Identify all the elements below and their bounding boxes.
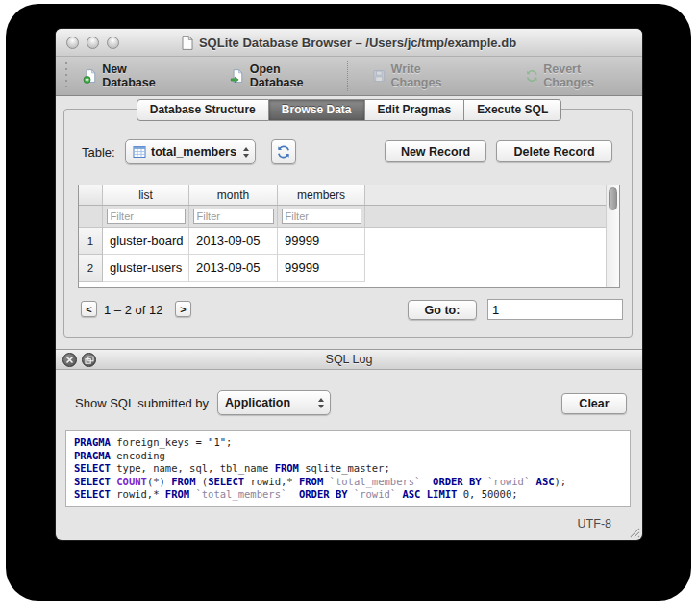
write-changes-label: Write Changes [391,62,468,89]
toolbar: New Database Open Database Write [56,57,642,96]
filter-input-members[interactable] [282,209,361,224]
tab-label: Database Structure [150,103,256,116]
refresh-icon [276,144,291,160]
cell-month[interactable]: 2013-09-05 [189,255,278,282]
cell-month[interactable]: 2013-09-05 [189,228,278,255]
toolbar-separator [347,61,348,91]
window-title: SQLite Database Browser – /Users/jc/tmp/… [199,36,516,50]
filter-corner [79,206,103,227]
table-select[interactable]: total_members [125,139,256,164]
new-record-button[interactable]: New Record [385,140,486,162]
row-header[interactable]: 2 [79,255,103,282]
tab-browse-data[interactable]: Browse Data [269,99,365,121]
prev-page-button[interactable]: < [81,301,97,317]
resize-grip[interactable] [628,526,640,538]
cell-members[interactable]: 99999 [278,255,365,282]
open-database-icon [230,68,244,85]
revert-changes-button[interactable]: Revert Changes [519,59,633,93]
cell-members[interactable]: 99999 [278,228,365,255]
goto-label: Go to: [425,304,461,317]
column-header-list[interactable]: list [103,185,189,205]
column-header-members[interactable]: members [278,185,365,205]
new-database-label: New Database [102,62,176,89]
refresh-button[interactable] [271,139,296,164]
dock-title: SQL Log [56,350,642,371]
zoom-button[interactable] [107,37,119,49]
revert-changes-icon [525,68,539,84]
grid-scrollbar[interactable] [606,185,619,287]
sql-source-select[interactable]: Application [217,390,331,415]
clear-button[interactable]: Clear [561,393,627,414]
combobox-arrows-icon [242,146,250,159]
table-row: 1 gluster-board 2013-09-05 99999 [79,228,619,255]
row-header[interactable]: 1 [79,228,103,255]
table-select-value: total_members [151,145,236,159]
filter-input-list[interactable] [107,209,186,224]
tab-label: Execute SQL [477,103,548,116]
tab-bar: Database Structure Browse Data Edit Prag… [56,99,642,121]
document-icon [182,36,193,50]
traffic-lights [66,29,119,56]
tab-label: Edit Pragmas [378,103,452,116]
open-database-button[interactable]: Open Database [224,59,335,93]
tab-execute-sql[interactable]: Execute SQL [464,99,561,121]
goto-button[interactable]: Go to: [408,300,477,320]
sql-source-value: Application [225,396,290,409]
goto-input[interactable] [487,299,623,320]
open-database-label: Open Database [250,62,330,89]
grid-filter-row [79,206,619,228]
revert-changes-label: Revert Changes [543,62,627,89]
table-icon [133,145,146,159]
delete-record-button[interactable]: Delete Record [496,140,612,162]
combobox-arrows-icon [317,397,325,409]
scrollbar-thumb[interactable] [609,187,617,210]
prev-label: < [86,304,91,315]
app-window: SQLite Database Browser – /Users/jc/tmp/… [56,29,642,540]
tab-database-structure[interactable]: Database Structure [137,99,269,121]
grid-header-row: list month members [79,185,619,206]
tab-label: Browse Data [282,103,352,116]
new-database-icon [83,68,97,85]
cell-list[interactable]: gluster-board [103,228,189,255]
sql-log-text[interactable]: PRAGMA foreign_keys = "1";PRAGMA encodin… [65,430,631,507]
sql-log-dock-titlebar: SQL Log [56,349,642,370]
table-label: Table: [82,145,115,160]
new-database-button[interactable]: New Database [77,59,183,93]
tab-edit-pragmas[interactable]: Edit Pragmas [365,99,465,121]
page-range-label: 1 – 2 of 12 [104,303,162,317]
new-record-label: New Record [401,145,470,159]
next-label: > [180,304,186,315]
screenshot-background: SQLite Database Browser – /Users/jc/tmp/… [0,0,697,616]
minimize-button[interactable] [87,37,99,49]
grid-corner-header[interactable] [79,185,103,205]
encoding-label: UTF-8 [578,517,611,530]
cell-list[interactable]: gluster-users [103,255,189,282]
delete-record-label: Delete Record [513,145,594,159]
table-row: 2 gluster-users 2013-09-05 99999 [79,255,619,282]
write-changes-button[interactable]: Write Changes [366,59,473,93]
close-button[interactable] [66,37,79,49]
toolbar-drag-handle [65,62,69,89]
clear-label: Clear [579,397,609,410]
sql-source-label: Show SQL submitted by [75,396,209,410]
next-page-button[interactable]: > [175,301,191,317]
title-bar: SQLite Database Browser – /Users/jc/tmp/… [56,29,642,57]
data-grid: list month members 1 gluster-board 2013-… [78,185,620,288]
column-header-month[interactable]: month [189,185,278,205]
write-changes-icon [372,68,386,84]
filter-input-month[interactable] [193,209,274,224]
